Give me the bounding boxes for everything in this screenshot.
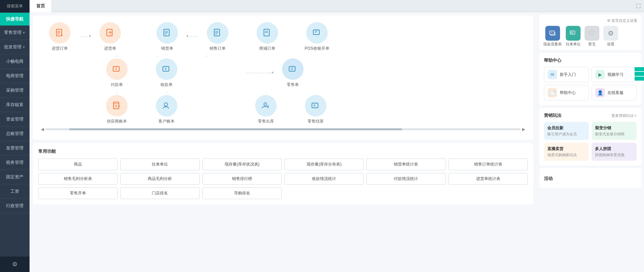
marketing-header: 营销玩法 更多营销玩法 > — [544, 112, 637, 119]
marketing-member-desc: 吸引用户成为会员 — [547, 132, 586, 137]
wf-node-retail-out[interactable]: 零售出库 — [246, 95, 286, 124]
quick-btn-goods[interactable]: 商品 — [38, 158, 118, 170]
none-label: 暂无 — [588, 42, 596, 47]
quick-nav-cashflow[interactable]: 现金流量表 — [543, 26, 562, 47]
quick-btn-store-rank[interactable]: 门店排名 — [120, 187, 199, 199]
quick-btn-salesorder-stat[interactable]: 销售订单统计表 — [449, 158, 528, 170]
wf-node-sales[interactable]: 销货单 — [147, 22, 187, 51]
quick-btn-sales-stat[interactable]: 销货单统计表 — [366, 158, 446, 170]
partner-label: 往来单位 — [566, 42, 581, 47]
quick-btn-retail-order[interactable]: 零售开单 — [38, 187, 118, 199]
marketing-group[interactable]: 多人拼团 拼团购物享受优惠 — [592, 143, 637, 161]
none-icon — [585, 26, 599, 41]
quick-func-grid: 商品 往来单位 现存量(库存状况表) 现存量(库存分布表) 销货单统计表 销售订… — [38, 158, 528, 199]
wf-label: 零售出库 — [258, 119, 274, 124]
svg-point-30 — [264, 103, 267, 105]
wf-node-purchase[interactable]: 进货单 — [90, 22, 130, 51]
wf-col-receipt-down: ↓ — [146, 89, 187, 95]
help-grid: ✉ 新手入门 ▶ 视频学习 📄 帮助中心 👤 在线客服 — [544, 67, 637, 100]
help-item-video[interactable]: ▶ 视频学习 — [592, 67, 637, 82]
quick-btn-guide-rank[interactable]: 导购排名 — [202, 187, 282, 199]
quick-btn-ranking[interactable]: 销售排行榜 — [202, 173, 282, 185]
settings-nav-icon: ⚙ — [603, 26, 618, 41]
sidebar-item-inventory[interactable]: 库存核算 — [0, 98, 30, 112]
quick-btn-purchase-stat[interactable]: 进货单统计表 — [449, 173, 528, 185]
sidebar-item-invoice[interactable]: 发票管理 — [0, 141, 30, 155]
quick-btn-gross1[interactable]: 销售毛利分析表 — [38, 173, 118, 185]
svg-rect-17 — [313, 30, 319, 35]
quick-nav-none[interactable]: 暂无 — [585, 26, 599, 47]
wf-node-sales-order[interactable]: 销售订单 — [197, 22, 238, 51]
wf-retail-with-arrow: ◀ ¥ 零售 — [246, 58, 313, 88]
marketing-fission-desc: 裂变式发展分销商 — [595, 132, 633, 137]
wf-node-supplier-book[interactable]: 账本 供应商账本 — [97, 95, 137, 124]
sidebar-item-purchase[interactable]: 采购管理 — [0, 83, 30, 98]
wf-node-retail-settle[interactable]: ¥ 零售结算 — [295, 95, 336, 124]
quick-func-title: 常用功能 — [38, 148, 528, 154]
wf-circle-receipt: ¥ — [156, 58, 177, 80]
wf-node-purchase-order[interactable]: 进货订单 — [40, 22, 80, 51]
help-item-beginner[interactable]: ✉ 新手入门 — [544, 67, 589, 82]
marketing-more-btn[interactable]: 更多营销玩法 > — [611, 113, 637, 118]
wf-node-retail[interactable]: ¥ 零售单 — [273, 58, 313, 88]
wf-node-mall-order[interactable]: 商城订单 — [247, 22, 287, 51]
wf-node-customer-book[interactable]: 客户账本 — [146, 95, 187, 124]
wf-label: 供应商账本 — [107, 119, 127, 124]
customize-btn[interactable]: ⚙ 首页自定义设置 — [607, 18, 637, 23]
wf-circle-pos — [306, 22, 328, 44]
sidebar-item-ledger[interactable]: 总账管理 — [0, 127, 30, 141]
sidebar-item-admin[interactable]: 行政管理 — [0, 199, 30, 213]
marketing-fission-title: 裂变分销 — [595, 125, 633, 131]
desktop-shortcut-btn[interactable]: 桌面快捷 — [635, 77, 644, 81]
scroll-thumb — [69, 128, 402, 130]
sidebar-item-wholesale[interactable]: 批发管理 ▼ — [0, 40, 30, 54]
help-item-service[interactable]: 👤 在线客服 — [592, 85, 637, 100]
quick-btn-payment-stat[interactable]: 付款情况统计 — [366, 173, 446, 185]
scroll-track[interactable] — [45, 128, 521, 130]
quick-btn-stock1[interactable]: 现存量(库存状况表) — [202, 158, 282, 170]
fullscreen-icon[interactable]: ⛶ — [633, 3, 644, 9]
sidebar-item-tax[interactable]: 税务管理 — [0, 155, 30, 170]
marketing-live[interactable]: 直播卖货 场景式购物新玩法 — [544, 143, 589, 161]
sidebar-item-ecom-mgmt[interactable]: 电商管理 — [0, 69, 30, 83]
marketing-fission[interactable]: 裂变分销 裂变式发展分销商 — [592, 122, 637, 140]
quick-nav-settings[interactable]: ⚙ 设置 — [603, 26, 618, 47]
workflow-scroll[interactable]: 进货订单 — [40, 22, 526, 124]
sidebar-item-salary[interactable]: 工资 — [0, 184, 30, 199]
sidebar-settings[interactable]: ⚙ — [0, 257, 30, 272]
scroll-right-btn[interactable]: ▶ — [521, 127, 526, 132]
tab-home[interactable]: 首页 — [30, 0, 52, 12]
sidebar-nav-header: 快捷导航 — [0, 13, 30, 26]
content-area: 进货订单 — [30, 12, 644, 272]
marketing-member[interactable]: 会员拉新 吸引用户成为会员 — [544, 122, 589, 140]
arrow-from-pos: ◀ — [246, 73, 273, 73]
scroll-left-btn[interactable]: ◀ — [40, 127, 45, 132]
right-panel: ⚙ 首页自定义设置 现金流量表 — [537, 12, 644, 272]
sidebar-search[interactable]: 搜索菜单 — [0, 0, 30, 13]
help-center-label: 帮助中心 — [560, 90, 576, 96]
help-item-center[interactable]: 📄 帮助中心 — [544, 85, 589, 100]
svg-rect-33 — [550, 31, 554, 34]
marketing-card: 营销玩法 更多营销玩法 > 会员拉新 吸引用户成为会员 裂变分销 裂变式发展分销… — [539, 108, 641, 166]
wf-node-payment[interactable]: ¥ 付款单 — [97, 58, 137, 88]
wf-col-payment-down: ↓ — [97, 89, 137, 95]
quick-btn-gross2[interactable]: 商品毛利分析 — [120, 173, 199, 185]
quick-nav-partner[interactable]: 往来单位 — [566, 26, 581, 47]
quick-btn-receipt-stat[interactable]: 收款情况统计 — [284, 173, 364, 185]
sidebar-item-finance[interactable]: 资金管理 — [0, 112, 30, 127]
service-hotline-btn[interactable]: 客服热线 — [635, 67, 644, 71]
mail-icon: ✉ — [548, 70, 557, 79]
wf-label: 销货单 — [161, 46, 173, 51]
quick-btn-partner[interactable]: 往来单位 — [120, 158, 199, 170]
wf-label: 客户账本 — [158, 119, 175, 124]
scrollbar-container: ◀ ▶ — [40, 126, 526, 133]
chevron-icon: ▼ — [22, 45, 26, 49]
sidebar-item-retail[interactable]: 零售管理 ▼ — [0, 26, 30, 40]
sidebar-item-assets[interactable]: 固定资产 — [0, 170, 30, 184]
chevron-icon: ▼ — [22, 31, 26, 35]
wf-node-receipt[interactable]: ¥ 收款单 — [146, 58, 187, 88]
wf-node-pos[interactable]: POS收银开单 — [297, 22, 337, 51]
service-community-btn[interactable]: 服务社区 — [635, 72, 644, 76]
quick-btn-stock2[interactable]: 现存量(库存分布表) — [284, 158, 364, 170]
sidebar-item-ecom-small[interactable]: 小畅电商 — [0, 54, 30, 69]
